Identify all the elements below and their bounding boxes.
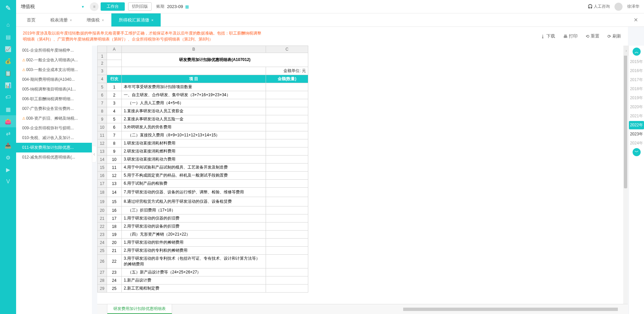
spreadsheet-table[interactable]: ABC1研发费用加计扣除优惠明细表(A107012)23金额单位: 元4行次项 …: [97, 46, 308, 293]
form-item[interactable]: ⚠002-一般企业收入明细表(A...: [16, 55, 92, 65]
year-strip: ︽ 2015年2016年2017年2018年2019年2020年2021年202…: [629, 46, 644, 314]
vertical-scrollbar[interactable]: [623, 46, 628, 304]
year-2016年[interactable]: 2016年: [629, 67, 644, 75]
sheet-tab[interactable]: 研发费用加计扣除优惠明细表: [107, 304, 172, 314]
form-item[interactable]: ⚠008-资产折旧、摊销及纳税...: [16, 114, 92, 123]
nav-settings-icon[interactable]: ⚙: [0, 151, 16, 164]
app-logo: ✎: [5, 4, 11, 12]
close-icon[interactable]: ×: [70, 18, 72, 22]
form-item[interactable]: ⚠003-一般企业成本支出明细...: [16, 65, 92, 75]
calendar-icon[interactable]: ▦: [185, 4, 189, 9]
period-label: 账期: [156, 4, 164, 9]
year-2023年[interactable]: 2023年: [629, 130, 644, 138]
year-2024年[interactable]: 2024年: [629, 139, 644, 147]
year-2017年[interactable]: 2017年: [629, 76, 644, 84]
collapse-sidebar-button[interactable]: ‹: [92, 146, 97, 163]
tab-所得税汇算清缴[interactable]: 所得税汇算清缴×: [111, 13, 161, 26]
tab-首页[interactable]: 首页: [19, 13, 43, 26]
switch-old-button[interactable]: 切到旧版: [128, 2, 152, 11]
print-button[interactable]: 🖶 打印: [563, 33, 578, 39]
reset-button[interactable]: ⟲ 重置: [586, 33, 599, 39]
top-header: 增值税 ▾ ≡ 工作台 切到旧版 账期 2023-09 ▦ 🎧 人工咨询 徐泽华: [16, 0, 644, 13]
nav-v-icon[interactable]: V: [0, 176, 16, 188]
year-2021年[interactable]: 2021年: [629, 112, 644, 120]
year-2018年[interactable]: 2018年: [629, 85, 644, 93]
chevron-down-icon: ▾: [82, 4, 84, 9]
username[interactable]: 徐泽华: [627, 4, 639, 9]
form-item[interactable]: 007-广告费和业务宣传费跨...: [16, 104, 92, 114]
form-item[interactable]: 001-企业所得税年度纳税申...: [16, 46, 92, 55]
nav-home-icon[interactable]: ⌂: [0, 19, 16, 31]
form-item[interactable]: 004-期间费用明细表(A1040...: [16, 75, 92, 84]
form-list: 001-企业所得税年度纳税申...⚠002-一般企业收入明细表(A...⚠003…: [16, 46, 92, 314]
consult-link[interactable]: 🎧 人工咨询: [588, 4, 610, 9]
warn-icon: ⚠: [22, 116, 25, 120]
nav-calendar-icon[interactable]: ▦: [0, 103, 16, 115]
refresh-button[interactable]: ⟳ 刷新: [607, 33, 621, 39]
warning-text: 2019年度涉及取以前年度结转数据的申报表单元格需要手工维护正确，才能保证本年及…: [23, 30, 264, 42]
sheet-footer: 研发费用加计扣除优惠明细表: [97, 304, 628, 314]
nav-transfer-icon[interactable]: ⇄: [0, 127, 16, 139]
toolbar-row: 2019年度涉及取以前年度结转数据的申报表单元格需要手工维护正确，才能保证本年及…: [16, 27, 628, 46]
nav-tax-icon[interactable]: 👛: [0, 115, 16, 127]
nav-doc-icon[interactable]: ▤: [0, 31, 16, 43]
spreadsheet-area: ABC1研发费用加计扣除优惠明细表(A107012)23金额单位: 元4行次项 …: [97, 46, 628, 314]
left-nav: ✎ ⌂ ▤ 📈 💰 📋 📊 🏷 ▦ 👛 ⇄ 📥 ⚙ ▶ V: [0, 0, 16, 314]
year-2015年[interactable]: 2015年: [629, 58, 644, 66]
nav-archive-icon[interactable]: 📥: [0, 139, 16, 151]
nav-chart-icon[interactable]: 📈: [0, 43, 16, 55]
period-value[interactable]: 2023-09: [167, 4, 183, 9]
nav-report-icon[interactable]: 📊: [0, 79, 16, 91]
year-up-button[interactable]: ︽: [633, 48, 641, 56]
download-button[interactable]: ⭳ 下载: [541, 33, 555, 39]
nav-money-icon[interactable]: 💰: [0, 55, 16, 67]
tab-税表清册[interactable]: 税表清册×: [43, 13, 79, 26]
form-item[interactable]: 012-减免所得税优惠明细表(...: [16, 152, 92, 162]
tab-增值税[interactable]: 增值税×: [79, 13, 111, 26]
close-all-tabs-button[interactable]: ✕: [628, 13, 644, 26]
warn-icon: ⚠: [22, 68, 25, 72]
expand-right-button[interactable]: ›: [624, 46, 629, 56]
workbench-button[interactable]: 工作台: [101, 2, 125, 11]
nav-asset-icon[interactable]: 🏷: [0, 91, 16, 103]
form-item[interactable]: 005-纳税调整项目明细表(A1...: [16, 84, 92, 94]
year-2019年[interactable]: 2019年: [629, 94, 644, 102]
nav-clipboard-icon[interactable]: 📋: [0, 67, 16, 79]
warn-icon: ⚠: [22, 58, 25, 62]
year-2022年[interactable]: 2022年: [629, 121, 644, 129]
form-item[interactable]: 011-研发费用加计扣除优惠...: [16, 143, 92, 152]
form-item[interactable]: 006-职工薪酬纳税调整明细...: [16, 94, 92, 104]
nav-video-icon[interactable]: ▶: [0, 164, 16, 176]
module-select[interactable]: 增值税 ▾: [21, 4, 84, 10]
form-item[interactable]: 009-企业所得税弥补亏损明...: [16, 123, 92, 133]
avatar[interactable]: [614, 3, 623, 11]
module-label: 增值税: [21, 4, 35, 10]
year-2020年[interactable]: 2020年: [629, 103, 644, 111]
list-toggle-button[interactable]: ≡: [90, 2, 99, 11]
tab-bar: 首页税表清册×增值税×所得税汇算清缴×✕: [16, 13, 644, 27]
close-icon[interactable]: ×: [102, 18, 104, 22]
close-icon[interactable]: ×: [151, 18, 153, 22]
horizontal-scrollbar[interactable]: [403, 308, 618, 311]
year-down-button[interactable]: ︾: [633, 148, 641, 156]
form-item[interactable]: 010-免税、减计收入及加计...: [16, 133, 92, 143]
